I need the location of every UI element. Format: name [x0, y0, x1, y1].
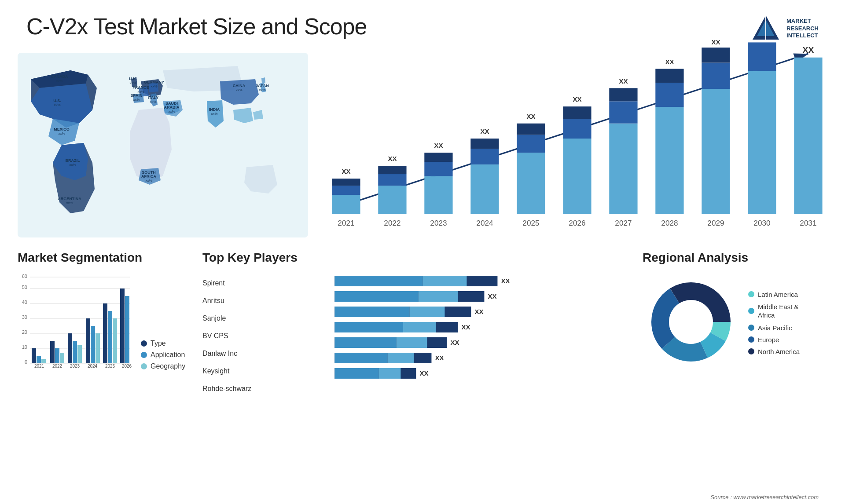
growth-chart-section: XX XX XX XX XX XX XX XX — [308, 40, 827, 237]
svg-rect-129 — [423, 276, 467, 286]
svg-rect-71 — [702, 63, 730, 89]
svg-text:XX: XX — [488, 292, 497, 300]
player-keysight: Keysight — [202, 365, 251, 377]
legend-dot-north-america — [748, 348, 754, 354]
svg-text:2027: 2027 — [615, 219, 632, 227]
svg-rect-40 — [332, 179, 360, 186]
svg-text:50: 50 — [22, 285, 27, 290]
svg-text:XX: XX — [573, 95, 581, 103]
segmentation-title: Market Segmentation — [18, 251, 185, 265]
svg-text:2023: 2023 — [430, 219, 447, 227]
svg-text:XX: XX — [501, 277, 510, 285]
svg-rect-137 — [410, 307, 445, 317]
svg-rect-144 — [335, 337, 397, 348]
svg-text:xx%: xx% — [56, 79, 62, 83]
world-map-svg: CANADA xx% U.S. xx% MEXICO xx% BRAZIL xx… — [18, 53, 308, 237]
bottom-row: Market Segmentation 0 10 20 30 40 50 60 — [18, 251, 827, 491]
growth-chart-svg: XX XX XX XX XX XX XX XX — [308, 40, 827, 237]
svg-rect-152 — [335, 368, 379, 379]
svg-rect-46 — [424, 176, 452, 214]
player-names: Spirent Anritsu Sanjole BV CPS Danlaw In… — [202, 274, 251, 395]
svg-text:MEXICO: MEXICO — [54, 127, 70, 131]
svg-text:2021: 2021 — [338, 219, 354, 227]
player-sanjole: Sanjole — [202, 312, 251, 325]
svg-text:20: 20 — [22, 329, 27, 335]
svg-text:INDIA: INDIA — [209, 107, 220, 112]
key-players-section: Top Key Players Spirent Anritsu Sanjole … — [202, 251, 625, 491]
regional-legend-mea: Middle East & Africa — [748, 303, 815, 320]
svg-text:2023: 2023 — [70, 364, 80, 369]
svg-rect-47 — [424, 162, 452, 176]
svg-rect-122 — [113, 318, 117, 363]
svg-rect-38 — [332, 195, 360, 214]
svg-rect-51 — [470, 149, 499, 164]
svg-rect-67 — [655, 83, 683, 107]
player-bars-svg: XX XX XX XX — [265, 274, 625, 383]
svg-rect-132 — [335, 291, 419, 302]
player-anritsu: Anritsu — [202, 295, 251, 307]
player-spirent: Spirent — [202, 277, 251, 289]
svg-rect-110 — [60, 353, 64, 363]
svg-text:ARGENTINA: ARGENTINA — [58, 197, 81, 201]
svg-text:XX: XX — [665, 58, 674, 66]
svg-text:xx%: xx% — [54, 103, 60, 107]
svg-rect-141 — [403, 322, 436, 332]
svg-text:xx%: xx% — [66, 201, 73, 205]
svg-rect-116 — [86, 318, 90, 363]
svg-rect-113 — [73, 341, 77, 363]
svg-rect-39 — [332, 186, 360, 195]
svg-rect-148 — [335, 353, 388, 363]
svg-rect-109 — [55, 348, 59, 363]
player-danlaw: Danlaw Inc — [202, 347, 251, 360]
svg-rect-59 — [563, 119, 591, 139]
svg-text:xx%: xx% — [129, 81, 136, 85]
svg-text:xx%: xx% — [259, 88, 265, 92]
svg-text:JAPAN: JAPAN — [256, 84, 269, 88]
regional-content: Latin America Middle East & Africa Asia … — [643, 274, 827, 372]
svg-rect-62 — [609, 124, 637, 214]
regional-legend-north-america: North America — [748, 348, 815, 355]
svg-rect-125 — [125, 296, 129, 363]
regional-legend-latin: Latin America — [748, 291, 815, 298]
svg-text:XX: XX — [420, 369, 429, 377]
svg-text:XX: XX — [434, 142, 443, 149]
svg-rect-77 — [794, 58, 822, 214]
svg-text:30: 30 — [22, 314, 27, 320]
regional-legend-europe: Europe — [748, 336, 815, 343]
svg-rect-149 — [388, 353, 414, 363]
svg-text:U.K.: U.K. — [129, 77, 137, 81]
legend-dot-geography — [141, 363, 147, 369]
svg-text:SPAIN: SPAIN — [131, 93, 143, 98]
svg-rect-106 — [41, 359, 46, 363]
svg-text:XX: XX — [803, 45, 814, 55]
svg-text:2021: 2021 — [34, 364, 44, 369]
svg-text:XX: XX — [388, 155, 397, 162]
legend-dot-application — [141, 352, 147, 358]
svg-text:xx%: xx% — [235, 88, 242, 92]
svg-text:xx%: xx% — [145, 179, 152, 183]
regional-section: Regional Analysis — [643, 251, 827, 491]
legend-dot-apac — [748, 325, 754, 331]
logo-text: MARKET RESEARCH INTELLECT — [786, 18, 819, 40]
svg-text:XX: XX — [757, 40, 766, 41]
svg-rect-124 — [120, 289, 125, 363]
svg-rect-117 — [91, 326, 95, 363]
svg-rect-42 — [378, 186, 406, 214]
svg-text:10: 10 — [22, 344, 27, 350]
svg-rect-55 — [517, 135, 545, 153]
svg-text:xx%: xx% — [150, 100, 156, 104]
svg-text:2030: 2030 — [753, 219, 770, 227]
regional-legend-apac: Asia Pacific — [748, 324, 815, 332]
svg-text:40: 40 — [22, 299, 27, 305]
svg-text:XX: XX — [462, 323, 470, 331]
segmentation-legend: Type Application Geography — [141, 340, 185, 370]
svg-text:xx%: xx% — [151, 84, 157, 88]
svg-text:CANADA: CANADA — [51, 74, 68, 79]
svg-rect-108 — [50, 341, 55, 363]
page-title: C-V2x Test Market Size and Scope — [26, 13, 367, 40]
svg-rect-44 — [378, 166, 406, 174]
svg-text:2026: 2026 — [122, 364, 132, 369]
svg-text:XX: XX — [619, 77, 628, 85]
svg-rect-56 — [517, 124, 545, 135]
svg-text:CHINA: CHINA — [233, 84, 246, 88]
